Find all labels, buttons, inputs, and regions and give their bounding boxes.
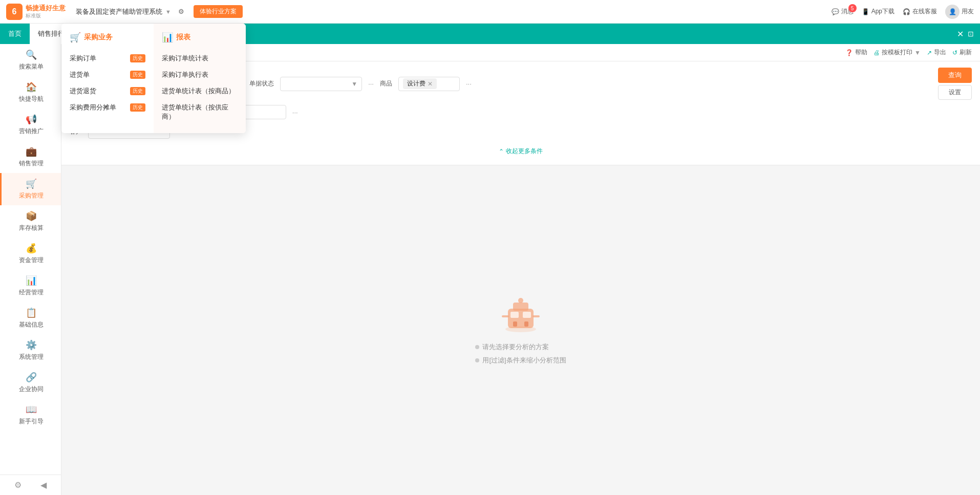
query-actions: 查询 设置 [938,68,972,100]
goods-more-icon[interactable]: ··· [466,80,472,88]
help-button[interactable]: ❓ 帮助 [845,48,867,57]
sidebar-collapse-button[interactable]: ◀ [40,480,47,490]
sidebar-item-basic-info[interactable]: 📋 基础信息 [0,302,61,334]
dropdown-inbound-return[interactable]: 进货退货 历史 [70,83,145,99]
query-button[interactable]: 查询 [938,68,972,83]
sidebar-label-guide: 新手引导 [19,417,44,426]
refresh-button[interactable]: ↺ 刷新 [952,48,972,57]
dropdown-inbound-stats-supplier[interactable]: 进货单统计表（按供应商） [162,99,238,125]
purchase-col-icon: 🛒 [70,32,81,43]
sidebar-item-operations[interactable]: 📊 经营管理 [0,270,61,302]
empty-state: 请先选择要分析的方案 用[过滤]条件来缩小分析范围 [61,165,980,495]
sidebar-item-quick-nav[interactable]: 🏠 快捷导航 [0,76,61,109]
empty-illustration [495,293,546,334]
basic-info-icon: 📋 [26,307,37,318]
goods-input[interactable]: 设计费 ✕ [398,77,460,91]
app-download-button[interactable]: 📱 App下载 [862,7,894,16]
sales-icon: 💼 [26,146,37,157]
status-dropdown-icon: ▼ [351,80,357,88]
user-label: 用友 [962,7,974,16]
svg-rect-2 [510,312,519,318]
print-dropdown-icon[interactable]: ▼ [914,49,921,56]
settings-button[interactable]: 设置 [938,85,972,100]
top-header: 6 畅捷通好生意 标准版 装备及固定资产辅助管理系统 ▼ ⚙ 体验行业方案 💬 … [0,0,980,24]
tab-home-label: 首页 [8,29,22,38]
dropdown-purchase-col: 🛒 采购业务 采购订单 历史 进货单 历史 进货退货 历史 采购费用分摊单 历史 [61,24,154,133]
dropdown-po-exec[interactable]: 采购订单执行表 [162,67,238,83]
report-col-icon: 📊 [162,32,173,43]
dropdown-report-col: 📊 报表 采购订单统计表 采购订单执行表 进货单统计表（按商品） 进货单统计表（… [154,24,246,133]
empty-hint-1: 请先选择要分析的方案 [475,340,566,354]
brand-badge: 标准版 [26,12,66,19]
sidebar-label-finance: 资金管理 [19,256,44,265]
dropdown-inbound-stats-goods[interactable]: 进货单统计表（按商品） [162,83,238,99]
brand-name: 畅捷通好生意 [26,4,66,13]
sidebar-footer: ⚙ ◀ [0,475,61,495]
dropdown-purchase-expense[interactable]: 采购费用分摊单 历史 [70,99,145,116]
status-select[interactable]: ▼ [280,77,362,91]
sidebar-label-sales: 销售管理 [19,159,44,168]
dropdown-inbound[interactable]: 进货单 历史 [70,67,145,83]
sidebar-label-purchase: 采购管理 [19,191,44,200]
empty-hint-2: 用[过滤]条件来缩小分析范围 [475,354,566,367]
svg-rect-3 [523,312,531,318]
status-label: 单据状态 [249,79,274,88]
tab-bar-close-icon[interactable]: ✕ [957,29,964,39]
hist-badge-0: 历史 [130,54,145,62]
sidebar-item-search[interactable]: 🔍 搜索菜单 [0,44,61,76]
sidebar-label-inventory: 库存核算 [19,224,44,232]
dropdown-report-title: 📊 报表 [162,32,238,43]
tab-home[interactable]: 首页 [0,24,30,44]
sidebar: 🔍 搜索菜单 🏠 快捷导航 📢 营销推广 💼 销售管理 🛒 采购管理 📦 库存核… [0,44,61,495]
dropdown-purchase-title: 🛒 采购业务 [70,32,145,43]
sidebar-label-basic-info: 基础信息 [19,320,44,329]
main-layout: 🔍 搜索菜单 🏠 快捷导航 📢 营销推广 💼 销售管理 🛒 采购管理 📦 库存核… [0,44,980,495]
message-icon: 💬 [832,8,839,15]
dropdown-purchase-order[interactable]: 采购订单 历史 [70,50,145,67]
sidebar-item-enterprise[interactable]: 🔗 企业协同 [0,367,61,399]
tab-bar-right: ✕ ⊡ [957,29,980,39]
status-more-icon[interactable]: ··· [368,80,374,88]
collapse-button[interactable]: ⌃ 收起更多条件 [70,144,972,159]
goods-tag-remove[interactable]: ✕ [428,80,433,88]
logo-area: 6 畅捷通好生意 标准版 [6,4,68,20]
chevron-up-icon: ⌃ [499,148,504,155]
print-label: 按模板打印 [882,48,912,57]
headset-icon: 🎧 [903,8,910,15]
industry-button[interactable]: 体验行业方案 [194,5,243,18]
sidebar-item-inventory[interactable]: 📦 库存核算 [0,205,61,238]
logo-icon: 6 [6,4,23,20]
print-button[interactable]: 🖨 按模板打印 ▼ [874,48,921,57]
message-badge: 5 [848,4,857,12]
phone-icon: 📱 [862,8,869,15]
export-label: 导出 [934,48,946,57]
tab-bar-expand-icon[interactable]: ⊡ [968,30,974,38]
finance-icon: 💰 [26,243,37,254]
sidebar-item-system[interactable]: ⚙️ 系统管理 [0,334,61,367]
svg-rect-6 [513,303,528,311]
online-service-button[interactable]: 🎧 在线客服 [903,7,937,16]
goods-tag: 设计费 ✕ [403,78,437,89]
user-button[interactable]: 👤 用友 [945,5,974,19]
marketing-icon: 📢 [26,114,37,125]
sidebar-item-marketing[interactable]: 📢 营销推广 [0,109,61,141]
dropdown-po-stats[interactable]: 采购订单统计表 [162,50,238,67]
salesperson-more-icon[interactable]: ··· [292,109,298,116]
sidebar-item-sales[interactable]: 💼 销售管理 [0,141,61,173]
message-button[interactable]: 💬 消息 5 [832,7,854,16]
sidebar-item-guide[interactable]: 📖 新手引导 [0,399,61,431]
settings-icon[interactable]: ⚙ [175,6,187,18]
sidebar-item-purchase[interactable]: 🛒 采购管理 [0,173,61,205]
export-button[interactable]: ↗ 导出 [927,48,946,57]
export-icon: ↗ [927,49,932,56]
sidebar-label-operations: 经营管理 [19,288,44,297]
sidebar-settings-button[interactable]: ⚙ [14,480,22,490]
home-icon: 🏠 [26,81,37,93]
search-icon: 🔍 [26,49,37,60]
dropdown-arrow-icon[interactable]: ▼ [165,9,171,15]
purchase-dropdown-menu: 🛒 采购业务 采购订单 历史 进货单 历史 进货退货 历史 采购费用分摊单 历史 [61,24,246,133]
guide-icon: 📖 [26,404,37,415]
sidebar-label-search: 搜索菜单 [19,62,44,71]
operations-icon: 📊 [26,275,37,286]
sidebar-item-finance[interactable]: 💰 资金管理 [0,238,61,270]
